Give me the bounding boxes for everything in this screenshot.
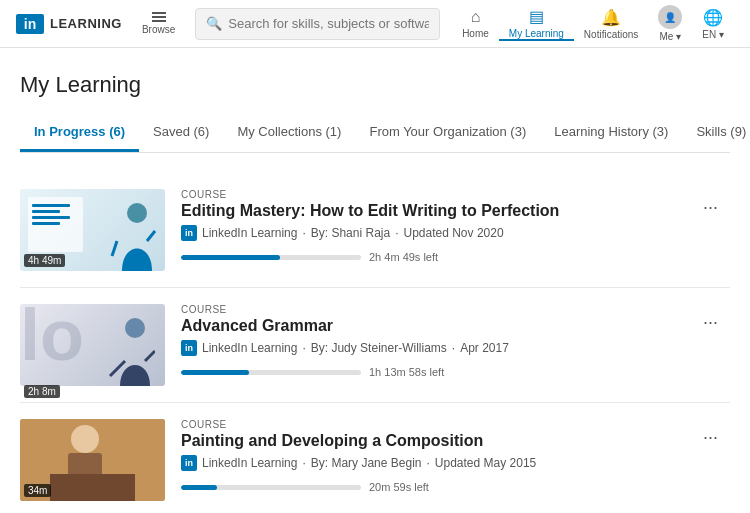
- svg-rect-7: [50, 474, 135, 501]
- my-learning-icon: ▤: [529, 7, 544, 26]
- course-list: 4h 49m COURSE Editing Mastery: How to Ed…: [20, 173, 730, 513]
- linkedin-badge: in: [181, 340, 197, 356]
- course-updated: Updated Nov 2020: [404, 226, 504, 240]
- nav-my-learning[interactable]: ▤ My Learning: [499, 7, 574, 41]
- course-author: By: Judy Steiner-Williams: [311, 341, 447, 355]
- browse-icon: [152, 12, 166, 22]
- duration-badge: 34m: [24, 484, 51, 497]
- doc-line: [32, 204, 70, 207]
- doc-line: [32, 222, 60, 225]
- course-title-editing[interactable]: Editing Mastery: How to Edit Writing to …: [181, 202, 730, 220]
- progress-area-painting: 20m 59s left: [181, 481, 730, 493]
- svg-point-5: [71, 425, 99, 453]
- tab-my-collections[interactable]: My Collections (1): [223, 114, 355, 152]
- course-thumbnail-painting[interactable]: 34m: [20, 419, 165, 501]
- search-icon: 🔍: [206, 16, 222, 31]
- course-author: By: Shani Raja: [311, 226, 390, 240]
- home-icon: ⌂: [471, 8, 481, 26]
- course-thumbnail-grammar[interactable]: lo: [20, 304, 165, 386]
- browse-label: Browse: [142, 24, 175, 35]
- thumb-doc-icon: [28, 197, 83, 252]
- tab-skills[interactable]: Skills (9): [682, 114, 750, 152]
- linkedin-logo: in: [16, 14, 44, 34]
- course-info-grammar: COURSE Advanced Grammar in LinkedIn Lear…: [181, 304, 730, 378]
- language-icon: 🌐: [703, 8, 723, 27]
- time-left: 20m 59s left: [369, 481, 429, 493]
- course-provider: LinkedIn Learning: [202, 456, 297, 470]
- nav-home-label: Home: [462, 28, 489, 39]
- progress-bar-bg: [181, 485, 361, 490]
- course-title-painting[interactable]: Painting and Developing a Composition: [181, 432, 730, 450]
- course-type: COURSE: [181, 419, 730, 430]
- linkedin-badge: in: [181, 225, 197, 241]
- grammar-figure-icon: [100, 316, 155, 386]
- linkedin-badge: in: [181, 455, 197, 471]
- nav-language[interactable]: 🌐 EN ▾: [692, 8, 734, 40]
- course-meta-grammar: in LinkedIn Learning · By: Judy Steiner-…: [181, 340, 730, 356]
- svg-point-3: [125, 318, 145, 338]
- course-info-editing: COURSE Editing Mastery: How to Edit Writ…: [181, 189, 730, 263]
- nav-me[interactable]: 👤 Me ▾: [648, 5, 692, 42]
- nav-notifications-label: Notifications: [584, 29, 638, 40]
- course-type: COURSE: [181, 304, 730, 315]
- course-info-painting: COURSE Painting and Developing a Composi…: [181, 419, 730, 493]
- course-title-grammar[interactable]: Advanced Grammar: [181, 317, 730, 335]
- course-type: COURSE: [181, 189, 730, 200]
- progress-area-editing: 2h 4m 49s left: [181, 251, 730, 263]
- header: in LEARNING Browse 🔍 ⌂ Home ▤ My Learnin…: [0, 0, 750, 48]
- tab-saved[interactable]: Saved (6): [139, 114, 223, 152]
- course-updated: Updated May 2015: [435, 456, 536, 470]
- progress-bar-fill: [181, 485, 217, 490]
- tab-history[interactable]: Learning History (3): [540, 114, 682, 152]
- course-author: By: Mary Jane Begin: [311, 456, 422, 470]
- more-options-button[interactable]: ···: [695, 423, 726, 452]
- avatar: 👤: [658, 5, 682, 29]
- nav-language-label: EN ▾: [702, 29, 724, 40]
- course-card-editing-mastery: 4h 49m COURSE Editing Mastery: How to Ed…: [20, 173, 730, 288]
- course-meta-painting: in LinkedIn Learning · By: Mary Jane Beg…: [181, 455, 730, 471]
- tab-from-org[interactable]: From Your Organization (3): [355, 114, 540, 152]
- nav-home[interactable]: ⌂ Home: [452, 8, 499, 39]
- course-card-advanced-grammar: lo 2h 8m COURSE Advanced Grammar in Link…: [20, 288, 730, 403]
- logo-text: LEARNING: [50, 16, 122, 31]
- tabs-bar: In Progress (6) Saved (6) My Collections…: [20, 114, 730, 153]
- page-title: My Learning: [20, 72, 730, 98]
- thumb-person-icon: [107, 201, 157, 271]
- search-bar[interactable]: 🔍: [195, 8, 440, 40]
- svg-line-2: [147, 231, 155, 241]
- nav-my-learning-label: My Learning: [509, 28, 564, 39]
- duration-badge: 2h 8m: [24, 385, 60, 398]
- logo-in-text: in: [24, 17, 36, 31]
- nav-notifications[interactable]: 🔔 Notifications: [574, 8, 648, 40]
- progress-bar-bg: [181, 255, 361, 260]
- nav-me-label: Me ▾: [659, 31, 681, 42]
- progress-bar-fill: [181, 255, 280, 260]
- main-nav: ⌂ Home ▤ My Learning 🔔 Notifications 👤 M…: [452, 5, 734, 42]
- progress-area-grammar: 1h 13m 58s left: [181, 366, 730, 378]
- svg-point-0: [127, 203, 147, 223]
- logo-area: in LEARNING: [16, 14, 122, 34]
- browse-button[interactable]: Browse: [134, 12, 183, 35]
- grammar-bg-letter: lo: [20, 304, 84, 376]
- duration-badge: 4h 49m: [24, 254, 65, 267]
- search-input[interactable]: [228, 16, 429, 31]
- progress-bar-fill: [181, 370, 249, 375]
- progress-bar-bg: [181, 370, 361, 375]
- notifications-icon: 🔔: [601, 8, 621, 27]
- more-options-button[interactable]: ···: [695, 308, 726, 337]
- course-provider: LinkedIn Learning: [202, 341, 297, 355]
- doc-line: [32, 216, 70, 219]
- doc-line: [32, 210, 60, 213]
- time-left: 1h 13m 58s left: [369, 366, 444, 378]
- course-provider: LinkedIn Learning: [202, 226, 297, 240]
- course-meta-editing: in LinkedIn Learning · By: Shani Raja · …: [181, 225, 730, 241]
- time-left: 2h 4m 49s left: [369, 251, 438, 263]
- course-updated: Apr 2017: [460, 341, 509, 355]
- more-options-button[interactable]: ···: [695, 193, 726, 222]
- course-thumbnail-editing-mastery[interactable]: 4h 49m: [20, 189, 165, 271]
- course-card-painting: 34m COURSE Painting and Developing a Com…: [20, 403, 730, 513]
- svg-line-1: [112, 241, 117, 256]
- main-content: My Learning In Progress (6) Saved (6) My…: [0, 48, 750, 513]
- tab-in-progress[interactable]: In Progress (6): [20, 114, 139, 152]
